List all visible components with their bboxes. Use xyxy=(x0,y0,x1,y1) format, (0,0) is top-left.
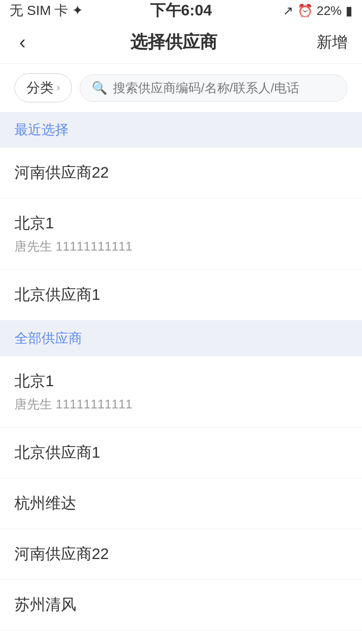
recent-section-header: 最近选择 xyxy=(0,112,362,148)
item-sub: 唐先生 11111111111 xyxy=(14,396,348,413)
item-name: 北京1 xyxy=(14,371,348,392)
search-input[interactable] xyxy=(113,81,335,96)
category-label: 分类 xyxy=(27,79,54,97)
list-item[interactable]: 河南供应商22 xyxy=(0,148,362,198)
item-name: 北京1 xyxy=(14,213,348,234)
list-item[interactable]: 杭州维达 xyxy=(0,478,362,529)
list-item[interactable]: 北京1唐先生 11111111111 xyxy=(0,356,362,428)
filter-bar: 分类 › 🔍 xyxy=(0,64,362,112)
search-icon: 🔍 xyxy=(92,81,107,96)
item-name: 北京供应商1 xyxy=(14,442,348,463)
alarm-icon: ⏰ xyxy=(297,3,313,18)
add-button[interactable]: 新增 xyxy=(317,32,348,53)
list-item[interactable]: 苏州清风 xyxy=(0,580,362,630)
item-sub: 唐先生 11111111111 xyxy=(14,238,348,255)
list-item[interactable]: 北京1唐先生 11111111111 xyxy=(0,198,362,270)
recent-list: 河南供应商22北京1唐先生 11111111111北京供应商1 xyxy=(0,148,362,321)
nav-bar: ‹ 选择供应商 新增 xyxy=(0,21,362,64)
item-name: 河南供应商22 xyxy=(14,544,348,565)
status-left: 无 SIM 卡 ✦ xyxy=(10,1,83,20)
status-time: 下午6:04 xyxy=(150,0,212,21)
battery-status: 22% xyxy=(317,3,342,18)
item-name: 河南供应商22 xyxy=(14,162,348,183)
back-button[interactable]: ‹ xyxy=(14,27,30,58)
chevron-right-icon: › xyxy=(56,82,60,94)
all-list: 北京1唐先生 11111111111北京供应商1杭州维达河南供应商22苏州清风 xyxy=(0,356,362,630)
item-name: 杭州维达 xyxy=(14,493,348,514)
sim-status: 无 SIM 卡 ✦ xyxy=(10,1,83,20)
battery-icon: ▮ xyxy=(346,3,352,18)
list-item[interactable]: 北京供应商1 xyxy=(0,270,362,321)
item-name: 苏州清风 xyxy=(14,594,348,616)
search-box: 🔍 xyxy=(80,74,348,102)
location-icon: ↗ xyxy=(283,3,293,18)
page-title: 选择供应商 xyxy=(130,30,217,54)
status-bar: 无 SIM 卡 ✦ 下午6:04 ↗ ⏰ 22% ▮ xyxy=(0,0,362,21)
list-item[interactable]: 河南供应商22 xyxy=(0,529,362,580)
item-name: 北京供应商1 xyxy=(14,284,348,306)
status-right: ↗ ⏰ 22% ▮ xyxy=(283,3,352,18)
category-button[interactable]: 分类 › xyxy=(14,73,72,102)
all-section-header: 全部供应商 xyxy=(0,321,362,356)
list-item[interactable]: 北京供应商1 xyxy=(0,428,362,478)
